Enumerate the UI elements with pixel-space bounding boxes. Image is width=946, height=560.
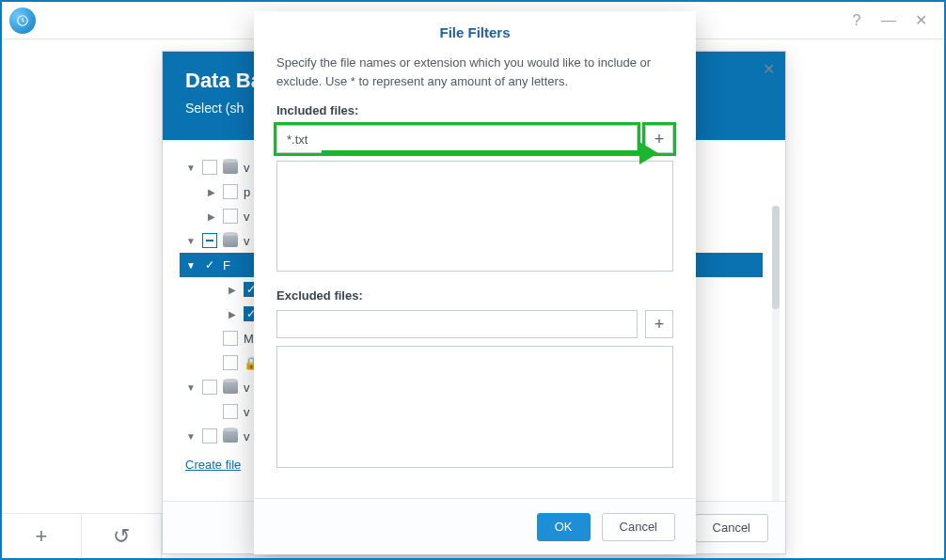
dialog-description: Specify the file names or extension whic… xyxy=(276,54,673,90)
sidebar-footer: + ↺ xyxy=(2,513,162,558)
checkbox[interactable] xyxy=(223,209,238,224)
checkbox[interactable] xyxy=(202,428,217,443)
add-task-button[interactable]: + xyxy=(2,514,82,558)
checkbox[interactable] xyxy=(223,184,238,199)
checkbox[interactable] xyxy=(223,355,238,370)
help-icon[interactable]: ? xyxy=(841,7,873,35)
close-icon[interactable]: ✕ xyxy=(905,7,937,35)
volume-icon xyxy=(223,161,238,174)
volume-icon xyxy=(223,429,238,443)
included-listbox[interactable] xyxy=(276,161,673,272)
file-filters-dialog: File Filters Specify the file names or e… xyxy=(254,11,696,554)
checkbox-checked[interactable]: ✓ xyxy=(202,257,217,272)
excluded-files-label: Excluded files: xyxy=(276,288,673,303)
checkbox[interactable] xyxy=(223,404,238,419)
dialog-title: File Filters xyxy=(254,11,696,50)
add-included-button[interactable]: + xyxy=(645,125,673,153)
scrollbar-thumb[interactable] xyxy=(772,206,780,309)
checkbox-mixed[interactable] xyxy=(202,233,217,248)
included-input[interactable] xyxy=(276,125,638,153)
create-file-filter-link[interactable]: Create file xyxy=(185,458,241,472)
excluded-input[interactable] xyxy=(276,310,638,338)
ok-button[interactable]: OK xyxy=(537,513,591,541)
checkbox[interactable] xyxy=(202,380,217,395)
cancel-button[interactable]: Cancel xyxy=(602,513,675,541)
checkbox[interactable] xyxy=(202,160,217,175)
scrollbar[interactable] xyxy=(772,206,780,506)
excluded-listbox[interactable] xyxy=(276,346,673,468)
history-button[interactable]: ↺ xyxy=(82,514,162,558)
wizard-close-icon[interactable]: ✕ xyxy=(757,57,780,80)
add-excluded-button[interactable]: + xyxy=(645,310,673,338)
volume-icon xyxy=(223,381,238,394)
wizard-cancel-button[interactable]: Cancel xyxy=(695,514,768,542)
app-icon xyxy=(9,8,36,34)
minimize-icon[interactable]: — xyxy=(873,7,905,35)
checkbox[interactable] xyxy=(223,331,238,346)
included-files-label: Included files: xyxy=(276,103,673,117)
volume-icon xyxy=(223,234,238,247)
